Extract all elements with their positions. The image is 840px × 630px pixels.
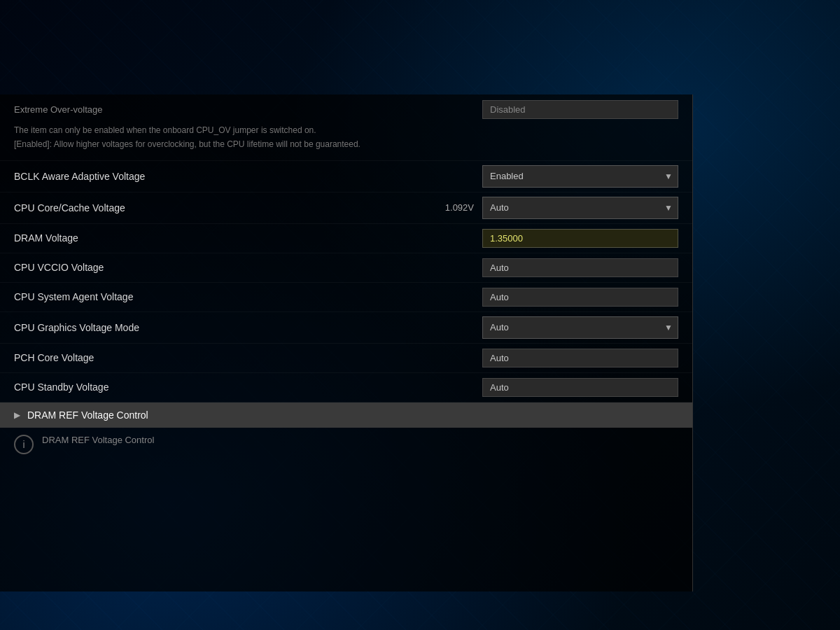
dram-ref-arrow-icon: ▶ bbox=[14, 410, 20, 420]
pch-core-voltage-label: PCH Core Voltage bbox=[14, 352, 482, 363]
dram-voltage-row: DRAM Voltage bbox=[0, 224, 692, 253]
cpu-core-cache-label: CPU Core/Cache Voltage bbox=[14, 202, 445, 214]
cpu-graphics-voltage-dropdown-wrapper: Auto Manual ▼ bbox=[482, 316, 678, 339]
pch-core-voltage-row: PCH Core Voltage Auto bbox=[0, 344, 692, 373]
cpu-vccio-value: Auto bbox=[482, 258, 678, 277]
extreme-overvoltage-row: Extreme Over-voltage Disabled bbox=[14, 100, 678, 119]
info-icon: i bbox=[14, 435, 34, 454]
bclk-aware-row: BCLK Aware Adaptive Voltage Enabled Disa… bbox=[0, 161, 692, 192]
cpu-system-agent-display: Auto bbox=[482, 288, 678, 307]
cpu-system-agent-row: CPU System Agent Voltage Auto bbox=[0, 283, 692, 312]
dram-voltage-input[interactable] bbox=[482, 229, 678, 248]
cpu-core-cache-value: 1.092V Auto Manual ▼ bbox=[445, 197, 678, 219]
cpu-core-cache-row: CPU Core/Cache Voltage 1.092V Auto Manua… bbox=[0, 192, 692, 224]
cpu-standby-voltage-display: Auto bbox=[482, 378, 678, 397]
dram-voltage-label: DRAM Voltage bbox=[14, 232, 482, 244]
extreme-overvoltage-value: Disabled bbox=[482, 100, 678, 119]
cpu-vccio-row: CPU VCCIO Voltage Auto bbox=[0, 253, 692, 283]
bclk-aware-select[interactable]: Enabled Disabled bbox=[482, 165, 678, 188]
bclk-aware-dropdown-wrapper: Enabled Disabled ▼ bbox=[482, 165, 678, 188]
dram-ref-voltage-label: DRAM REF Voltage Control bbox=[27, 410, 148, 421]
pch-core-voltage-display: Auto bbox=[482, 349, 678, 368]
cpu-system-agent-value: Auto bbox=[482, 288, 678, 307]
cpu-vccio-label: CPU VCCIO Voltage bbox=[14, 262, 482, 273]
cpu-standby-voltage-value: Auto bbox=[482, 378, 678, 397]
cpu-core-cache-dropdown-wrapper: Auto Manual ▼ bbox=[482, 197, 678, 219]
info-text: DRAM REF Voltage Control bbox=[42, 435, 154, 445]
extreme-note: The item can only be enabled when the on… bbox=[14, 123, 678, 152]
extreme-overvoltage-section: Extreme Over-voltage Disabled The item c… bbox=[0, 94, 692, 161]
cpu-graphics-voltage-select[interactable]: Auto Manual bbox=[482, 316, 678, 339]
cpu-vccio-display: Auto bbox=[482, 258, 678, 277]
pch-core-voltage-value: Auto bbox=[482, 349, 678, 368]
settings-panel: Extreme Over-voltage Disabled The item c… bbox=[0, 94, 693, 592]
dram-voltage-value bbox=[482, 229, 678, 248]
cpu-system-agent-label: CPU System Agent Voltage bbox=[14, 291, 482, 302]
bclk-aware-label: BCLK Aware Adaptive Voltage bbox=[14, 171, 482, 182]
dram-ref-voltage-row[interactable]: ▶ DRAM REF Voltage Control bbox=[0, 402, 692, 428]
cpu-standby-voltage-label: CPU Standby Voltage bbox=[14, 382, 482, 393]
bclk-aware-value: Enabled Disabled ▼ bbox=[482, 165, 678, 188]
extreme-overvoltage-label: Extreme Over-voltage bbox=[14, 104, 102, 115]
cpu-graphics-voltage-row: CPU Graphics Voltage Mode Auto Manual ▼ bbox=[0, 312, 692, 344]
cpu-graphics-voltage-label: CPU Graphics Voltage Mode bbox=[14, 322, 482, 333]
cpu-standby-voltage-row: CPU Standby Voltage Auto bbox=[0, 373, 692, 402]
cpu-core-number: 1.092V bbox=[445, 202, 474, 213]
cpu-core-cache-select[interactable]: Auto Manual bbox=[482, 197, 678, 219]
cpu-graphics-voltage-value: Auto Manual ▼ bbox=[482, 316, 678, 339]
info-area: i DRAM REF Voltage Control bbox=[0, 428, 692, 461]
